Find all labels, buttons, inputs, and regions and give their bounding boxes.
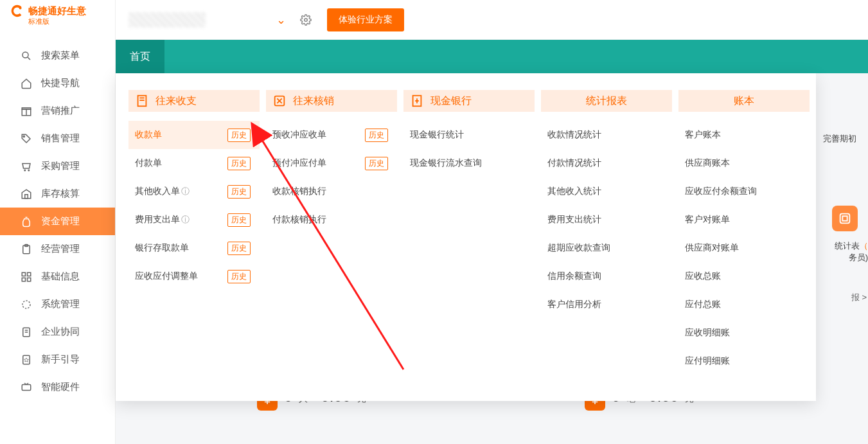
search-icon bbox=[21, 50, 32, 62]
mega-item[interactable]: 收款情况统计 bbox=[541, 121, 672, 149]
sidebar-item-basic-info[interactable]: 基础信息 bbox=[0, 263, 115, 290]
svg-point-24 bbox=[305, 18, 308, 21]
svg-point-5 bbox=[23, 136, 24, 137]
sidebar-item-label: 采购管理 bbox=[41, 160, 80, 172]
svg-rect-14 bbox=[22, 278, 25, 281]
history-tag[interactable]: 历史 bbox=[227, 185, 251, 199]
experience-button[interactable]: 体验行业方案 bbox=[327, 8, 404, 31]
sidebar-item-label: 库存核算 bbox=[41, 188, 80, 200]
mega-item-receive-exec[interactable]: 收款核销执行 bbox=[266, 177, 397, 206]
mega-item-adjustment[interactable]: 应收应付调整单 历史 bbox=[128, 262, 260, 290]
svg-point-7 bbox=[28, 170, 30, 171]
sidebar-item-operation[interactable]: 经营管理 bbox=[0, 235, 115, 263]
tv-icon bbox=[21, 382, 32, 393]
history-tag[interactable]: 历史 bbox=[227, 213, 251, 227]
help-icon[interactable]: ⓘ bbox=[181, 215, 190, 224]
svg-rect-15 bbox=[28, 278, 31, 281]
sidebar-item-label: 营销推广 bbox=[41, 105, 80, 117]
mega-item-pay-exec[interactable]: 付款核销执行 bbox=[266, 206, 397, 234]
mega-col-writeoff: 往来核销 预收冲应收单 历史 预付冲应付单 历史 收款核销执行 付款核销执行 bbox=[266, 90, 397, 375]
mega-item[interactable]: 信用余额查询 bbox=[541, 262, 672, 290]
mega-item[interactable]: 应付总账 bbox=[678, 290, 810, 319]
mega-item[interactable]: 应收应付余额查询 bbox=[678, 177, 810, 206]
history-tag[interactable]: 历史 bbox=[365, 129, 388, 142]
mega-item[interactable]: 供应商账本 bbox=[678, 149, 810, 177]
ledger-icon bbox=[272, 94, 287, 108]
sidebar-item-collab[interactable]: 企业协同 bbox=[0, 318, 115, 346]
sidebar-item-label: 智能硬件 bbox=[41, 381, 80, 393]
sidebar-item-system[interactable]: 系统管理 bbox=[0, 290, 115, 318]
history-tag[interactable]: 历史 bbox=[227, 157, 251, 170]
clipboard-icon bbox=[21, 244, 32, 255]
svg-rect-20 bbox=[23, 355, 30, 364]
svg-line-2 bbox=[28, 57, 30, 60]
svg-point-0 bbox=[19, 6, 22, 9]
sidebar: 畅捷通好生意 标准版 搜索菜单 快捷导航 营销推广 销售管理 采购管理 库存核算 bbox=[0, 0, 116, 444]
history-tag[interactable]: 历史 bbox=[227, 129, 251, 142]
mega-item[interactable]: 供应商对账单 bbox=[678, 234, 810, 262]
gear-icon[interactable] bbox=[300, 14, 312, 26]
bank-icon bbox=[410, 94, 424, 108]
history-tag[interactable]: 历史 bbox=[365, 157, 388, 170]
chevron-down-icon[interactable]: ⌄ bbox=[276, 13, 286, 27]
mega-item-pre-receive[interactable]: 预收冲应收单 历史 bbox=[266, 121, 397, 149]
right-report-link[interactable]: 报 > bbox=[851, 292, 867, 303]
mega-item[interactable]: 付款情况统计 bbox=[541, 149, 672, 177]
sidebar-item-finance[interactable]: 资金管理 bbox=[0, 208, 115, 235]
logo-icon bbox=[10, 4, 24, 18]
mega-item[interactable]: 客户信用分析 bbox=[541, 290, 672, 319]
mega-header-cashbank: 现金银行 bbox=[403, 90, 535, 112]
sidebar-item-hardware[interactable]: 智能硬件 bbox=[0, 373, 115, 401]
sidebar-item-label: 新手引导 bbox=[41, 353, 80, 366]
mega-item-expense[interactable]: 费用支出单ⓘ 历史 bbox=[128, 206, 260, 234]
svg-point-16 bbox=[22, 301, 30, 308]
mega-item[interactable]: 费用支出统计 bbox=[541, 206, 672, 234]
mega-item-bank-transfer[interactable]: 银行存取款单 历史 bbox=[128, 234, 260, 262]
sidebar-item-label: 系统管理 bbox=[41, 298, 80, 310]
mega-item-payment[interactable]: 付款单 历史 bbox=[128, 149, 260, 177]
mega-item-cashbank-stats[interactable]: 现金银行统计 bbox=[403, 121, 535, 149]
mega-item[interactable]: 应付明细账 bbox=[678, 347, 810, 375]
mega-col-reports: 统计报表 收款情况统计 付款情况统计 其他收入统计 费用支出统计 超期应收款查询… bbox=[541, 90, 672, 375]
mega-item-other-income[interactable]: 其他收入单ⓘ 历史 bbox=[128, 177, 260, 206]
warehouse-icon bbox=[21, 188, 32, 200]
company-name-redacted bbox=[128, 12, 206, 28]
sidebar-item-guide[interactable]: 新手引导 bbox=[0, 346, 115, 373]
svg-rect-26 bbox=[842, 216, 847, 220]
mega-item[interactable]: 其他收入统计 bbox=[541, 177, 672, 206]
sidebar-item-search-menu[interactable]: 搜索菜单 bbox=[0, 42, 115, 69]
mega-item-receipt[interactable]: 收款单 历史 bbox=[128, 121, 260, 149]
brand-name: 畅捷通好生意 bbox=[28, 5, 86, 17]
star-doc-icon bbox=[21, 354, 32, 366]
svg-point-6 bbox=[24, 170, 26, 171]
history-tag[interactable]: 历史 bbox=[227, 242, 251, 255]
money-bag-icon bbox=[21, 216, 32, 227]
mega-item[interactable]: 应收总账 bbox=[678, 262, 810, 290]
sidebar-item-label: 快捷导航 bbox=[41, 77, 80, 89]
sidebar-item-label: 基础信息 bbox=[41, 271, 80, 283]
logo-area: 畅捷通好生意 标准版 bbox=[0, 0, 115, 35]
svg-rect-25 bbox=[840, 214, 850, 224]
mega-item-pre-pay[interactable]: 预付冲应付单 历史 bbox=[266, 149, 397, 177]
mega-item[interactable]: 应收明细账 bbox=[678, 319, 810, 347]
mega-item[interactable]: 客户对账单 bbox=[678, 206, 810, 234]
mega-item-cashbank-flow[interactable]: 现金银行流水查询 bbox=[403, 149, 535, 177]
sidebar-item-inventory[interactable]: 库存核算 bbox=[0, 180, 115, 208]
sidebar-item-label: 资金管理 bbox=[41, 215, 80, 227]
sidebar-item-sales[interactable]: 销售管理 bbox=[0, 125, 115, 152]
tab-home[interactable]: 首页 bbox=[116, 40, 164, 73]
history-tag[interactable]: 历史 bbox=[227, 270, 251, 283]
help-icon[interactable]: ⓘ bbox=[181, 186, 190, 196]
mega-item[interactable]: 客户账本 bbox=[678, 121, 810, 149]
sidebar-item-quick-nav[interactable]: 快捷导航 bbox=[0, 69, 115, 97]
mega-header-transactions: 往来收支 bbox=[128, 90, 260, 112]
circle-dashed-icon bbox=[21, 299, 32, 310]
svg-rect-8 bbox=[25, 194, 28, 198]
mega-item[interactable]: 超期应收款查询 bbox=[541, 234, 672, 262]
sidebar-item-purchase[interactable]: 采购管理 bbox=[0, 152, 115, 180]
brand-edition: 标准版 bbox=[28, 17, 105, 26]
sidebar-item-label: 销售管理 bbox=[41, 132, 80, 145]
right-shortcut-icon[interactable] bbox=[832, 206, 858, 231]
sidebar-menu: 搜索菜单 快捷导航 营销推广 销售管理 采购管理 库存核算 资金管理 经营管理 bbox=[0, 35, 115, 401]
sidebar-item-marketing[interactable]: 营销推广 bbox=[0, 97, 115, 125]
